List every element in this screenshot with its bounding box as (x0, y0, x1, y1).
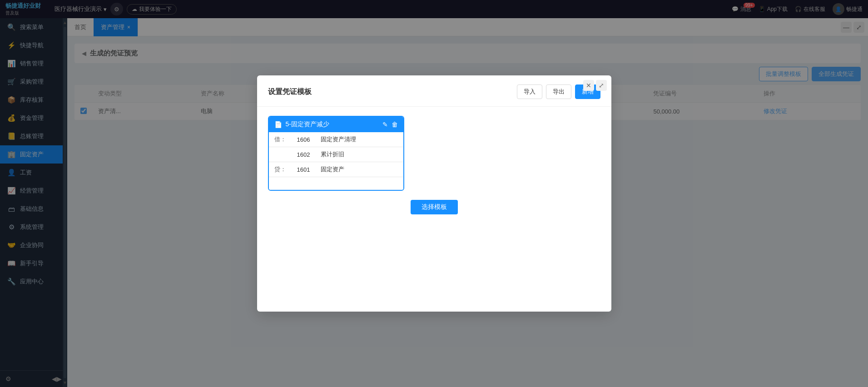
template-cell-type-2 (269, 147, 292, 162)
template-cell-code-2: 1602 (292, 147, 316, 162)
template-cell-extra2-3 (389, 162, 403, 177)
template-cell-code-1: 1606 (292, 132, 316, 147)
template-cell-extra-3 (375, 162, 389, 177)
template-card: 📄 5-固定资产减少 ✎ 🗑 借： 1606 固 (268, 116, 404, 191)
modal-dialog: ✕ ⤢ 设置凭证模板 导入 导出 新增 📄 5-固定资产减少 (257, 75, 611, 312)
template-delete-icon[interactable]: 🗑 (392, 121, 398, 128)
template-cell-type-1: 借： (269, 132, 292, 147)
template-edit-icon[interactable]: ✎ (382, 121, 388, 128)
template-card-body: 借： 1606 固定资产清理 1602 累计折旧 (269, 132, 403, 190)
template-cell-extra-2 (375, 147, 389, 162)
select-template-button[interactable]: 选择模板 (411, 200, 458, 214)
modal-overlay: ✕ ⤢ 设置凭证模板 导入 导出 新增 📄 5-固定资产减少 (0, 0, 868, 387)
modal-expand-button[interactable]: ⤢ (596, 80, 607, 91)
template-cell-type-3: 贷： (269, 162, 292, 177)
modal-close-button[interactable]: ✕ (583, 80, 594, 91)
template-row-2: 1602 累计折旧 (269, 147, 403, 162)
template-cell-name-3: 固定资产 (315, 162, 375, 177)
template-cell-code-3: 1601 (292, 162, 316, 177)
template-row-empty (269, 177, 403, 190)
template-name: 5-固定资产减少 (286, 120, 329, 129)
modal-header: 设置凭证模板 导入 导出 新增 (257, 75, 611, 107)
template-cell-extra-1 (375, 132, 389, 147)
modal-body: 📄 5-固定资产减少 ✎ 🗑 借： 1606 固 (257, 107, 611, 223)
modal-title: 设置凭证模板 (268, 87, 312, 97)
template-cell-name-1: 固定资产清理 (315, 132, 375, 147)
template-card-header: 📄 5-固定资产减少 ✎ 🗑 (269, 117, 403, 132)
export-button[interactable]: 导出 (546, 84, 571, 99)
template-doc-icon: 📄 (274, 121, 282, 128)
template-cell-extra2-2 (389, 147, 403, 162)
modal-window-controls: ✕ ⤢ (583, 80, 607, 91)
template-cell-extra2-1 (389, 132, 403, 147)
template-cell-name-2: 累计折旧 (315, 147, 375, 162)
template-row-1: 借： 1606 固定资产清理 (269, 132, 403, 147)
template-row-3: 贷： 1601 固定资产 (269, 162, 403, 177)
import-button[interactable]: 导入 (517, 84, 542, 99)
select-template-area: 选择模板 (268, 200, 600, 214)
template-table: 借： 1606 固定资产清理 1602 累计折旧 (269, 132, 403, 190)
